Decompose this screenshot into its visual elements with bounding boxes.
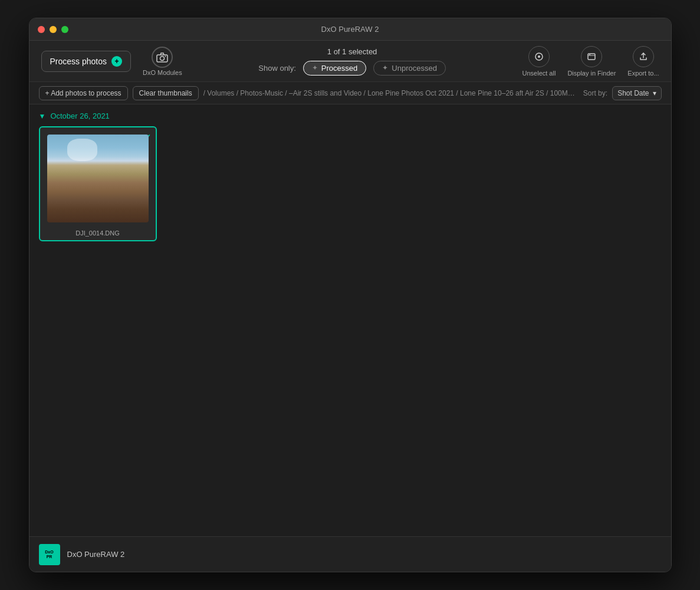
breadcrumb-path: / Volumes / Photos-Music / –Air 2S still… — [203, 89, 579, 97]
processed-label: Processed — [321, 64, 357, 73]
svg-point-4 — [538, 55, 540, 58]
sort-option-label: Shot Date — [617, 89, 649, 97]
window-title: DxO PureRAW 2 — [321, 25, 379, 34]
selected-count: 1 of 1 selected — [327, 47, 377, 56]
statusbar: DxO PR DxO PureRAW 2 — [29, 536, 671, 572]
dxo-modules-button[interactable]: DxO Modules — [143, 47, 182, 76]
breadcrumb-bar: + Add photos to process Clear thumbnails… — [29, 82, 671, 104]
clear-thumbnails-label: Clear thumbnails — [139, 89, 192, 97]
export-to-label: Export to... — [627, 70, 659, 77]
landscape-photo-image — [47, 135, 149, 222]
plus-icon: + — [111, 56, 122, 67]
chevron-down-icon: ▾ — [653, 89, 656, 97]
main-window: DxO PureRAW 2 Process photos + DxO Modul… — [29, 18, 672, 572]
statusbar-app-name: DxO PureRAW 2 — [67, 550, 125, 559]
svg-point-1 — [160, 56, 165, 60]
clear-thumbnails-button[interactable]: Clear thumbnails — [133, 86, 199, 100]
date-header[interactable]: ▼ October 26, 2021 — [39, 112, 662, 120]
photo-thumbnail — [47, 135, 149, 222]
maximize-button[interactable] — [61, 26, 68, 33]
add-photos-button[interactable]: + Add photos to process — [39, 86, 128, 100]
add-photos-label: + Add photos to process — [45, 89, 121, 97]
sparkle-icon: ✦ — [312, 64, 318, 72]
display-in-finder-button[interactable]: Display in Finder — [567, 46, 616, 77]
camera-icon — [152, 47, 173, 68]
process-photos-button[interactable]: Process photos + — [41, 51, 132, 72]
unselect-all-button[interactable]: Unselect all — [522, 46, 556, 77]
toolbar-right: Unselect all Display in Finder — [522, 46, 659, 77]
traffic-lights — [38, 26, 68, 33]
svg-rect-6 — [589, 54, 590, 55]
date-group: ▼ October 26, 2021 ✓ DJI_0014.DNG — [39, 112, 662, 241]
sort-by: Sort by: Shot Date ▾ — [583, 86, 662, 100]
photo-item[interactable]: ✓ DJI_0014.DNG — [39, 126, 157, 241]
export-to-button[interactable]: Export to... — [627, 46, 659, 77]
unselect-all-label: Unselect all — [522, 70, 556, 77]
sparkle-icon-2: ✦ — [382, 64, 388, 72]
photos-grid: ✓ DJI_0014.DNG — [39, 126, 662, 241]
toolbar-center: 1 of 1 selected Show only: ✦ Processed ✦… — [194, 47, 511, 76]
unprocessed-label: Unprocessed — [392, 64, 437, 73]
show-only-label: Show only: — [258, 64, 296, 73]
main-content: ▼ October 26, 2021 ✓ DJI_0014.DNG — [29, 104, 671, 536]
sort-select[interactable]: Shot Date ▾ — [612, 86, 661, 100]
minimize-button[interactable] — [50, 26, 57, 33]
toolbar: Process photos + DxO Modules 1 of 1 sele… — [29, 41, 671, 82]
show-only-row: Show only: ✦ Processed ✦ Unprocessed — [258, 61, 446, 76]
sort-by-label: Sort by: — [583, 89, 607, 97]
dxo-logo-text: DxO PR — [45, 550, 53, 559]
date-label: October 26, 2021 — [50, 112, 109, 120]
dxo-modules-label: DxO Modules — [143, 69, 182, 76]
process-photos-label: Process photos — [50, 57, 107, 66]
unselect-icon — [528, 46, 550, 67]
dxo-logo: DxO PR — [39, 544, 60, 565]
photo-name: DJI_0014.DNG — [75, 230, 120, 237]
finder-icon — [581, 46, 602, 67]
export-icon — [633, 46, 654, 67]
svg-rect-5 — [588, 54, 595, 60]
processed-filter-button[interactable]: ✦ Processed — [303, 61, 366, 76]
close-button[interactable] — [38, 26, 45, 33]
svg-point-2 — [165, 55, 166, 57]
chevron-down-icon: ▼ — [39, 112, 46, 120]
unprocessed-filter-button[interactable]: ✦ Unprocessed — [373, 61, 446, 76]
titlebar: DxO PureRAW 2 — [29, 18, 671, 41]
display-in-finder-label: Display in Finder — [567, 70, 616, 77]
action-buttons: + Add photos to process Clear thumbnails — [39, 86, 199, 100]
